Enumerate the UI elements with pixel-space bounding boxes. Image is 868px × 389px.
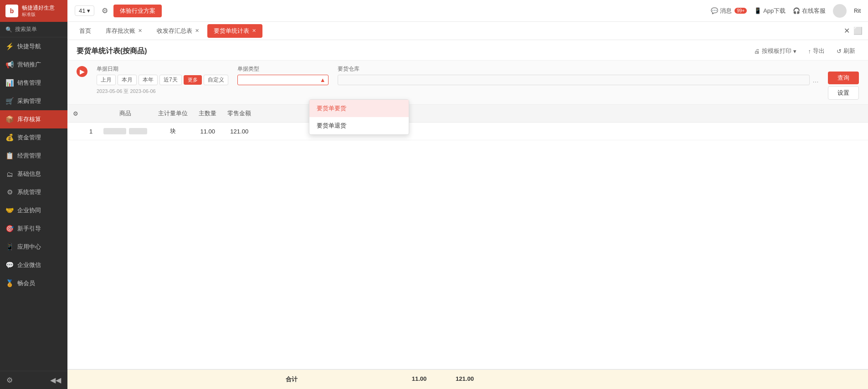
last-7-days-btn[interactable]: 近7天 <box>159 75 182 85</box>
unit-cell: 块 <box>153 123 193 140</box>
column-settings-icon[interactable]: ⚙ <box>73 110 78 117</box>
topbar-settings-icon[interactable]: ⚙ <box>102 6 108 15</box>
warehouse-filter-label: 要货仓库 <box>338 65 819 73</box>
more-date-btn[interactable]: 更多 <box>184 75 202 85</box>
store-name: 41 <box>79 7 85 14</box>
doctype-chevron-up-icon[interactable]: ▲ <box>320 77 326 83</box>
store-selector[interactable]: 41 ▾ <box>75 5 94 16</box>
page-actions: 🖨 按模板打印 ▾ ↑ 导出 ↺ 刷新 <box>750 46 859 56</box>
sidebar-item-system[interactable]: ⚙系统管理 <box>0 183 67 201</box>
footer-quantity: 11.00 <box>396 375 442 384</box>
filter-action-buttons: 查询 设置 <box>828 72 859 100</box>
data-table: ⚙ 商品 主计量单位 主数量 零售金额 1 <box>67 105 868 140</box>
sidebar-item-quick-nav[interactable]: ⚡快捷导航 <box>0 37 67 56</box>
warehouse-input-wrapper: … <box>338 75 819 85</box>
data-table-container: ⚙ 商品 主计量单位 主数量 零售金额 1 <box>67 105 868 369</box>
doctype-input[interactable] <box>237 75 329 85</box>
sidebar-item-label: 新手引导 <box>17 225 41 233</box>
user-avatar[interactable] <box>833 4 847 18</box>
col-product: 商品 <box>98 105 153 123</box>
phone-icon: 📱 <box>754 7 761 14</box>
tab-recv-summary[interactable]: 收发存汇总表 ✕ <box>150 24 205 38</box>
sidebar-item-label: 库存核算 <box>17 115 41 123</box>
sidebar-item-vip[interactable]: 🏅畅会员 <box>0 274 67 292</box>
table-body: 1 块 11.00 121.00 <box>67 123 868 140</box>
sidebar-item-label: 资金管理 <box>17 133 41 142</box>
sidebar-search[interactable]: 🔍 搜索菜单 <box>0 22 67 37</box>
tab-home[interactable]: 首页 <box>73 24 98 38</box>
user-name: Rit <box>854 8 861 14</box>
messages-action[interactable]: 💬 消息 99+ <box>711 7 747 15</box>
last-month-btn[interactable]: 上月 <box>97 75 116 85</box>
this-month-btn[interactable]: 本月 <box>118 75 137 85</box>
corp-icon: 🤝 <box>5 206 14 215</box>
sidebar-item-purchase[interactable]: 🛒采购管理 <box>0 92 67 110</box>
date-preset-buttons: 上月 本月 本年 近7天 更多 自定义 <box>97 75 228 85</box>
sidebar-item-basic-info[interactable]: 🗂基础信息 <box>0 165 67 183</box>
export-button[interactable]: ↑ 导出 <box>805 46 829 56</box>
content-area: 要货单统计表(按商品) 🖨 按模板打印 ▾ ↑ 导出 ↺ 刷新 ▶ <box>67 40 868 389</box>
template-print-button[interactable]: 🖨 按模板打印 ▾ <box>750 46 800 56</box>
custom-date-btn[interactable]: 自定义 <box>204 75 228 85</box>
sidebar-item-operations[interactable]: 📋经营管理 <box>0 147 67 165</box>
filter-expand-button[interactable]: ▶ <box>77 66 87 77</box>
headset-icon: 🎧 <box>793 7 800 14</box>
wechat-icon: 💬 <box>5 261 14 269</box>
sidebar-item-guide[interactable]: 🎯新手引导 <box>0 220 67 238</box>
col-settings[interactable]: ⚙ <box>67 105 84 123</box>
basic-info-icon: 🗂 <box>5 170 14 178</box>
topbar-actions: 💬 消息 99+ 📱 App下载 🎧 在线客服 Rit <box>711 4 861 18</box>
sidebar-item-sales[interactable]: 📊销售管理 <box>0 74 67 92</box>
collapse-sidebar-button[interactable]: ◀◀ <box>50 376 61 384</box>
col-unit: 主计量单位 <box>153 105 193 123</box>
sidebar-item-label: 基础信息 <box>17 170 41 178</box>
sidebar-item-marketing[interactable]: 📢营销推广 <box>0 56 67 74</box>
close-window-icon[interactable]: ✕ <box>844 26 850 35</box>
date-filter: 单据日期 上月 本月 本年 近7天 更多 自定义 2023-05-06 至 20… <box>97 65 228 95</box>
warehouse-more-icon[interactable]: … <box>812 77 819 84</box>
maximize-window-icon[interactable]: ⬜ <box>853 26 863 35</box>
settings-footer-icon[interactable]: ⚙ <box>6 376 13 384</box>
message-badge: 99+ <box>734 8 747 14</box>
warehouse-input[interactable] <box>338 75 810 85</box>
col-quantity: 主数量 <box>193 105 222 123</box>
online-service-action[interactable]: 🎧 在线客服 <box>793 7 826 15</box>
date-filter-label: 单据日期 <box>97 65 228 73</box>
doctype-filter: 单据类型 ▲ <box>237 65 329 85</box>
sidebar-item-app-center[interactable]: 📱应用中心 <box>0 238 67 256</box>
warehouse-filter: 要货仓库 … <box>338 65 819 85</box>
system-icon: ⚙ <box>5 188 14 196</box>
doctype-dropdown: 要货单要货 要货单退货 <box>309 99 409 135</box>
dropdown-item-requisition-return[interactable]: 要货单退货 <box>309 117 409 134</box>
sidebar-item-inventory[interactable]: 📦库存核算 <box>0 110 67 128</box>
sidebar-item-label: 企业协同 <box>17 206 41 215</box>
dropdown-item-requisition-order[interactable]: 要货单要货 <box>309 100 409 117</box>
query-button[interactable]: 查询 <box>828 72 859 84</box>
sidebar-item-label: 企业微信 <box>17 261 41 269</box>
tab-inventory-batch[interactable]: 库存批次账 ✕ <box>99 24 149 38</box>
settings-button[interactable]: 设置 <box>828 86 859 100</box>
sidebar: b 畅捷通好生意 标准版 🔍 搜索菜单 ⚡快捷导航📢营销推广📊销售管理🛒采购管理… <box>0 0 67 389</box>
finance-icon: 💰 <box>5 133 14 142</box>
sidebar-item-label: 经营管理 <box>17 152 41 160</box>
close-tab-recv-summary[interactable]: ✕ <box>195 28 199 34</box>
app-center-icon: 📱 <box>5 243 14 251</box>
close-tab-inventory-batch[interactable]: ✕ <box>138 28 142 34</box>
sidebar-item-finance[interactable]: 💰资金管理 <box>0 128 67 147</box>
tab-requisition-stats[interactable]: 要货单统计表 ✕ <box>207 24 262 38</box>
table-header: ⚙ 商品 主计量单位 主数量 零售金额 <box>67 105 868 123</box>
window-controls: ✕ ⬜ <box>844 26 863 35</box>
this-year-btn[interactable]: 本年 <box>139 75 158 85</box>
footer-amount: 121.00 <box>442 375 488 384</box>
app-download-action[interactable]: 📱 App下载 <box>754 7 786 15</box>
chevron-down-icon: ▾ <box>87 7 90 14</box>
main-area: 41 ▾ ⚙ 体验行业方案 💬 消息 99+ 📱 App下载 🎧 在线客服 Ri… <box>67 0 868 389</box>
promo-button[interactable]: 体验行业方案 <box>113 5 162 17</box>
close-tab-requisition[interactable]: ✕ <box>252 28 256 34</box>
marketing-icon: 📢 <box>5 61 14 69</box>
refresh-button[interactable]: ↺ 刷新 <box>833 46 859 56</box>
sidebar-item-corp[interactable]: 🤝企业协同 <box>0 201 67 220</box>
guide-icon: 🎯 <box>5 225 14 233</box>
refresh-icon: ↺ <box>837 48 842 55</box>
sidebar-item-wechat[interactable]: 💬企业微信 <box>0 256 67 274</box>
